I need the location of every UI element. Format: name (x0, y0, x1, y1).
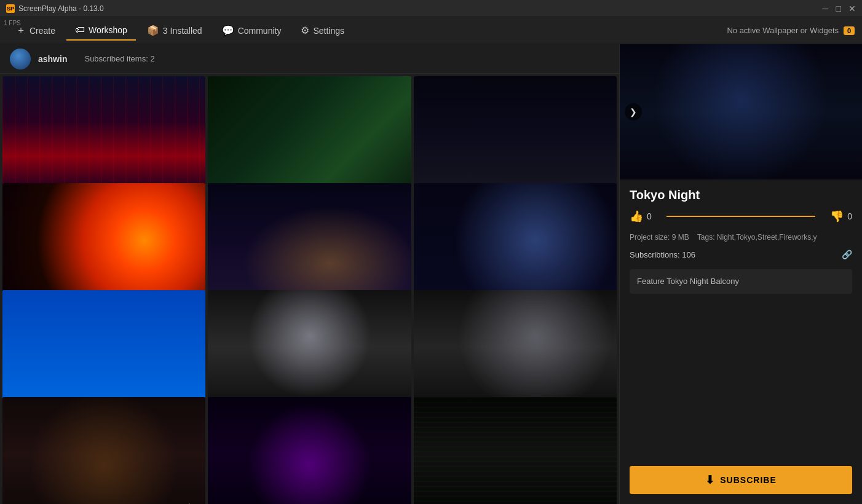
avatar (10, 49, 31, 69)
subscribe-button[interactable]: ⬇ SUBSCRIBE (630, 466, 852, 494)
menu-right: No active Wallpaper or Widgets 0 (727, 26, 855, 35)
titlebar-title: SP ScreenPlay Alpha - 0.13.0 (6, 4, 104, 13)
content-area: ashwin Subscribed items: 2 noolapse (0, 44, 619, 504)
titlebar-controls: ─ □ ✕ (823, 4, 856, 13)
main-layout: ashwin Subscribed items: 2 noolapse ❯ (0, 44, 862, 504)
menu-label-installed: 3 Installed (163, 26, 202, 36)
menu-label-settings: Settings (313, 26, 344, 36)
menu-item-installed[interactable]: 📦 3 Installed (138, 21, 211, 40)
grid-item[interactable] (414, 76, 617, 191)
preview-image (620, 44, 862, 179)
grid-item[interactable]: noolapse (2, 397, 205, 504)
preview-next-button[interactable]: ❯ (625, 103, 642, 120)
subscription-count: Subscribtions: 106 (630, 250, 695, 259)
create-icon: ＋ (16, 24, 26, 37)
dislike-count: 0 (847, 211, 852, 221)
menu-label-create: Create (30, 26, 55, 36)
avatar-image (10, 49, 31, 69)
wallpaper-grid: noolapse (0, 74, 619, 504)
grid-item[interactable] (2, 183, 205, 297)
thumbs-up-icon: 👍 (630, 210, 643, 223)
titlebar-text: ScreenPlay Alpha - 0.13.0 (18, 4, 104, 13)
project-size: Project size: 9 MB (630, 233, 689, 242)
grid-item[interactable] (414, 397, 617, 504)
menu-item-community[interactable]: 💬 Community (213, 21, 290, 40)
grid-item[interactable] (2, 76, 205, 191)
app-icon: SP (6, 4, 15, 13)
preview-meta: Project size: 9 MB Tags: Night,Tokyo,Str… (620, 228, 862, 247)
menubar: ＋ Create 🏷 Workshop 📦 3 Installed 💬 Comm… (0, 17, 862, 44)
grid-item[interactable] (208, 290, 411, 404)
grid-item[interactable] (414, 290, 617, 404)
username: ashwin (38, 54, 67, 64)
menu-item-settings[interactable]: ⚙ Settings (292, 21, 353, 40)
chevron-right-icon: ❯ (630, 107, 637, 117)
download-icon: ⬇ (705, 473, 715, 487)
subscribe-label: SUBSCRIBE (720, 475, 776, 485)
notification-badge[interactable]: 0 (844, 26, 855, 35)
titlebar: SP ScreenPlay Alpha - 0.13.0 ─ □ ✕ (0, 0, 862, 17)
community-icon: 💬 (222, 25, 234, 36)
like-group[interactable]: 👍 0 (630, 210, 652, 223)
preview-title: Tokyo Night (620, 179, 862, 207)
preview-subscriptions: Subscribtions: 106 🔗 (620, 247, 862, 264)
external-link-icon[interactable]: 🔗 (842, 250, 852, 259)
grid-item[interactable] (208, 76, 411, 191)
user-header: ashwin Subscribed items: 2 (0, 44, 619, 74)
preview-description: Feature Tokyo Night Balcony (630, 269, 852, 294)
installed-icon: 📦 (147, 25, 159, 36)
like-count: 0 (647, 211, 652, 221)
grid-item[interactable] (208, 397, 411, 504)
grid-item[interactable] (2, 290, 205, 404)
preview-votes: 👍 0 👎 0 (620, 207, 862, 228)
workshop-icon: 🏷 (75, 25, 85, 36)
no-active-text: No active Wallpaper or Widgets (727, 26, 839, 35)
right-panel: ❯ Tokyo Night 👍 0 👎 0 Project size: 9 MB… (619, 44, 862, 504)
preview-area: ❯ (620, 44, 862, 179)
menu-item-workshop[interactable]: 🏷 Workshop (66, 21, 136, 41)
grid-item[interactable] (208, 183, 411, 297)
subscribed-label: Subscribed items: 2 (84, 54, 154, 63)
settings-icon: ⚙ (301, 25, 309, 36)
tags: Tags: Night,Tokyo,Street,Fireworks,y (697, 233, 817, 242)
dislike-group[interactable]: 👎 0 (830, 210, 852, 223)
grid-item[interactable] (414, 183, 617, 297)
close-button[interactable]: ✕ (848, 4, 856, 13)
vote-divider (666, 216, 815, 217)
maximize-button[interactable]: □ (836, 4, 841, 13)
menu-item-create[interactable]: ＋ Create (7, 20, 64, 41)
minimize-button[interactable]: ─ (823, 4, 829, 13)
thumbs-down-icon: 👎 (830, 210, 844, 223)
menu-label-workshop: Workshop (89, 25, 127, 35)
menu-label-community: Community (238, 26, 282, 36)
